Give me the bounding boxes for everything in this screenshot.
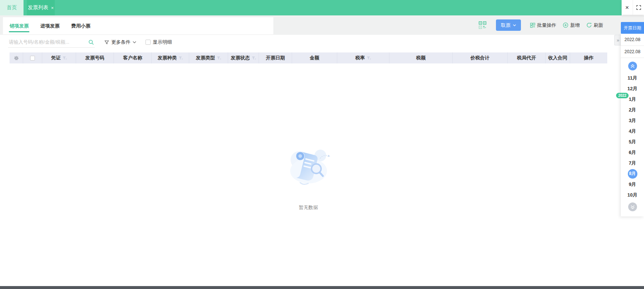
filter-icon[interactable]	[367, 56, 371, 60]
select-all-cell[interactable]	[23, 52, 42, 63]
date-from-field[interactable]: 2022.08	[621, 34, 644, 46]
double-chevron-right-icon: »	[616, 37, 619, 43]
double-chevron-down-icon	[630, 205, 635, 209]
search-icon[interactable]	[88, 39, 94, 47]
scroll-up-button[interactable]	[628, 62, 637, 70]
filter-icon[interactable]	[62, 56, 67, 60]
filter-icon[interactable]	[217, 56, 221, 60]
month-item[interactable]: 10月	[621, 190, 644, 200]
column-header-label: 客户名称	[123, 55, 142, 61]
show-detail-toggle[interactable]: 显示明细	[145, 35, 172, 50]
invoice-date-button[interactable]: 开票日期	[621, 22, 644, 34]
column-header: 客户名称	[114, 52, 152, 63]
window-tab-label: 发票列表	[28, 4, 48, 11]
month-item[interactable]: 8月	[621, 168, 644, 179]
refresh-button[interactable]: 刷新	[586, 22, 603, 29]
column-header: 价税合计	[453, 52, 508, 63]
column-header: 操作	[570, 52, 607, 63]
add-new-label: 新增	[570, 22, 580, 29]
year-badge: 2022	[616, 93, 629, 98]
window-tab-bar: 首页 发票列表 ×	[0, 0, 622, 15]
column-header-label: 价税合计	[471, 55, 490, 61]
column-header-label: 税额	[416, 55, 426, 61]
plus-circle-icon	[563, 22, 568, 28]
tab-input-invoices[interactable]: 进项发票	[35, 17, 65, 35]
show-detail-checkbox[interactable]	[145, 40, 151, 45]
month-item[interactable]: 1月2022	[621, 94, 644, 105]
month-item[interactable]: 6月	[621, 147, 644, 158]
empty-state: 暂无数据	[10, 146, 607, 211]
column-header: 税率	[337, 52, 389, 63]
show-detail-label: 显示明细	[153, 39, 172, 45]
batch-operations-button[interactable]: 批量操作	[530, 22, 556, 29]
column-header: 凭证	[42, 52, 76, 63]
date-to-field[interactable]: 2022.08	[621, 46, 644, 58]
window-tab-invoice-list[interactable]: 发票列表 ×	[27, 0, 55, 15]
scroll-down-button[interactable]	[628, 202, 637, 211]
close-window-button[interactable]: ×	[622, 0, 633, 15]
fetch-invoice-button[interactable]: 取票	[496, 19, 521, 31]
month-label: 9月	[629, 181, 636, 188]
invoice-date-label: 开票日期	[624, 25, 641, 31]
month-item[interactable]: 4月	[621, 126, 644, 136]
invoice-date-panel: 2022.08 2022.08 11月12月1月20222月3月4月5月6月7月…	[621, 34, 644, 216]
column-header-label: 收入合同	[548, 55, 567, 61]
qr-code-icon	[479, 21, 486, 29]
month-label: 10月	[627, 192, 637, 198]
month-item[interactable]: 3月	[621, 115, 644, 126]
chevron-down-icon	[513, 24, 516, 26]
month-item[interactable]: 11月	[621, 73, 644, 83]
month-item[interactable]: 5月	[621, 136, 644, 147]
month-label: 12月	[627, 85, 637, 92]
column-header-label: 凭证	[51, 55, 61, 61]
window-tab-home[interactable]: 首页	[0, 0, 24, 15]
column-header-label: 税率	[355, 55, 365, 61]
month-label: 3月	[629, 117, 636, 124]
empty-illustration	[277, 146, 340, 188]
column-settings-cell[interactable]	[10, 52, 23, 63]
column-header-label: 发票号码	[85, 55, 104, 61]
column-header-label: 操作	[584, 55, 594, 61]
month-label: 8月	[628, 169, 637, 179]
refresh-icon	[586, 22, 592, 28]
month-label: 1月	[629, 96, 636, 103]
search-input[interactable]	[8, 37, 84, 45]
month-item[interactable]: 7月	[621, 158, 644, 168]
batch-grid-icon	[530, 23, 535, 28]
filter-icon[interactable]	[179, 56, 183, 60]
month-label: 6月	[629, 149, 636, 156]
add-new-button[interactable]: 新增	[563, 22, 580, 29]
window-bottom-edge	[0, 286, 644, 289]
column-header-label: 发票种类	[158, 55, 177, 61]
month-label: 5月	[629, 139, 636, 145]
more-conditions-button[interactable]: 更多条件	[104, 35, 136, 50]
tab-expense-receipts[interactable]: 费用小票	[65, 17, 96, 35]
column-header: 发票种类	[152, 52, 189, 63]
fullscreen-icon	[636, 5, 641, 10]
search-box	[8, 37, 95, 48]
collapse-panel-handle[interactable]: »	[614, 35, 621, 45]
month-item[interactable]: 9月	[621, 179, 644, 190]
month-label: 4月	[629, 128, 636, 135]
qr-scan-button[interactable]	[479, 21, 486, 29]
column-settings-icon[interactable]	[14, 55, 19, 61]
column-header-label: 发票类型	[196, 55, 215, 61]
tab-close-icon[interactable]: ×	[51, 6, 54, 10]
month-item[interactable]: 12月	[621, 83, 644, 94]
fullscreen-button[interactable]	[633, 0, 644, 15]
select-all-checkbox[interactable]	[30, 56, 35, 61]
toolbar-strip: 销项发票 进项发票 费用小票 取票	[0, 15, 644, 35]
refresh-label: 刷新	[594, 22, 603, 29]
funnel-icon	[104, 40, 109, 45]
month-label: 7月	[629, 160, 636, 167]
tab-sales-invoices[interactable]: 销项发票	[4, 17, 35, 35]
month-list: 11月12月1月20222月3月4月5月6月7月8月9月10月	[621, 73, 644, 200]
filter-icon[interactable]	[252, 56, 256, 60]
invoice-type-tabs: 销项发票 进项发票 费用小票	[3, 17, 273, 35]
month-item[interactable]: 2月	[621, 105, 644, 115]
batch-operations-label: 批量操作	[537, 22, 556, 29]
fetch-invoice-label: 取票	[501, 22, 511, 29]
column-header-label: 税局代开	[517, 55, 536, 61]
column-header: 收入合同	[546, 52, 570, 63]
column-header: 税额	[389, 52, 453, 63]
